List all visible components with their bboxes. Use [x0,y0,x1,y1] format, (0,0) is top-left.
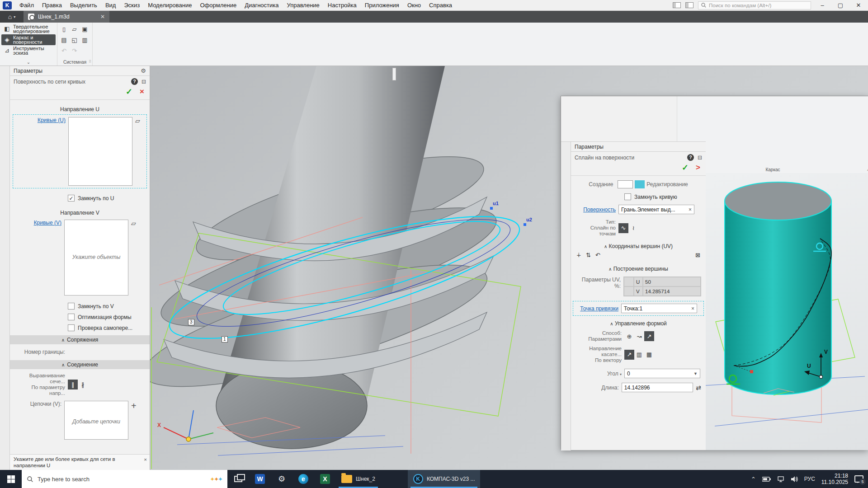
anchor-point-field[interactable]: Точка:1 × [621,304,697,313]
vertex-section-header[interactable]: ∧ Построение вершины [571,266,706,272]
optimize-checkbox[interactable] [68,314,75,320]
close-button[interactable]: ✕ [852,2,865,9]
swap-direction-icon[interactable]: ⇄ [696,384,701,391]
clear-icon[interactable]: × [689,305,694,312]
tangent-v-icon[interactable]: ▦ [644,350,654,360]
menu-выделить[interactable]: Выделить [66,1,101,9]
insert-vertex-icon[interactable]: ⇅ [586,252,591,258]
battery-icon[interactable] [762,476,771,482]
chains-listbox[interactable]: Добавьте цепочки [64,401,128,440]
mode-твердотельное-моделирование[interactable]: ◧Твердотельное моделирование [1,23,56,34]
window-layout-icon-1[interactable] [673,2,681,8]
modes-collapse[interactable]: ⌄ [1,58,56,66]
curves-v-listbox[interactable]: Укажите объекты [64,220,128,296]
menu-настройка[interactable]: Настройка [324,1,361,9]
message-close-icon[interactable]: × [144,456,147,463]
hidden-icons-chevron[interactable]: ⌃ [751,476,756,483]
connection-section-header[interactable]: ∧ Соединение [10,360,150,369]
menu-моделирование[interactable]: Моделирование [144,1,196,9]
surface-field[interactable]: Грань.Элемент выд... × [618,205,694,214]
surface-link[interactable]: Поверхность [583,206,616,213]
home-tab-button[interactable]: ⌂▾ [0,11,24,23]
v-value[interactable]: 14.285714 [643,286,701,296]
add-chain-button[interactable]: + [131,401,137,411]
taskbar-search-input[interactable]: Type here to search ✦✦✦ [22,470,227,488]
group-grip-icon[interactable]: ⠿ [89,60,91,64]
method-parameters-icon[interactable]: ↗ [644,331,654,341]
cancel-button[interactable]: × [140,87,144,96]
save-as-icon[interactable]: ▥ [82,37,87,43]
karkas-group-footer[interactable]: Каркас ▴ [677,166,868,173]
menu-окно[interactable]: Окно [403,1,425,9]
mode-каркас-и-поверхности[interactable]: ◈Каркас и поверхности [1,34,56,45]
new-document-icon[interactable]: ▯ [62,26,66,33]
gear-icon[interactable]: ⚙ [141,67,146,74]
taskbar-edge[interactable]: e [292,470,314,488]
maximize-button[interactable]: ▢ [834,2,847,9]
align-by-distance-icon[interactable]: ∦ [78,380,88,389]
spline-preview-viewport[interactable]: V U [706,173,868,450]
method-coordinates-icon[interactable]: ⊕ [624,331,634,341]
spline-by-poles-icon[interactable]: ≀ [628,223,638,233]
tangent-vector-icon[interactable]: ↗ [624,350,634,360]
print-icon[interactable]: ▤ [61,37,66,43]
shape-section-header[interactable]: ∧ Управление формой [571,320,706,327]
notification-icon[interactable]: 5 [854,475,863,483]
cylinder-top-face[interactable] [725,182,831,220]
contour-edit-icon[interactable]: ▱ [135,117,140,124]
minimize-button[interactable]: – [816,2,829,9]
menu-оформление[interactable]: Оформление [196,1,241,9]
taskbar-kompas[interactable]: K КОМПАС-3D v23 ... [408,470,481,488]
tangent-u-icon[interactable]: ▥ [634,350,644,360]
save-document-icon[interactable]: ▣ [82,26,87,33]
clear-icon[interactable]: × [686,206,692,213]
close-u-checkbox[interactable]: ✓ [68,195,75,202]
align-by-parameter-icon[interactable]: ∥ [68,380,78,389]
curves-v-link[interactable]: Кривые (V) [34,220,61,226]
menu-справка[interactable]: Справка [425,1,456,9]
menu-приложения[interactable]: Приложения [361,1,403,9]
taskbar-folder-shnek2[interactable]: Шнек_2 [336,470,381,488]
create-mode-swatch[interactable] [618,180,633,188]
task-view-button[interactable] [227,470,249,488]
accept-button[interactable]: ✓ [126,87,132,97]
delete-vertex-icon[interactable]: ⊠ [695,252,700,258]
command-search-input[interactable]: Поиск по командам (Alt+/) [698,1,811,9]
close-curve-checkbox[interactable] [624,193,631,200]
menu-диагностика[interactable]: Диагностика [241,1,283,9]
menu-файл[interactable]: Файл [15,1,38,9]
accept-button[interactable]: ✓ [682,163,689,173]
u-value[interactable]: 50 [643,277,701,286]
menu-правка[interactable]: Правка [38,1,66,9]
taskbar-word[interactable]: W [249,470,271,488]
help-icon[interactable]: ? [131,78,138,85]
tree-icon[interactable]: ⊟ [698,155,702,161]
angle-select[interactable]: 0 ▼ [624,369,700,378]
undo-vertex-icon[interactable]: ↶ [595,252,600,258]
uv-section-header[interactable]: ∧ Координаты вершин (UV) [571,243,706,249]
help-icon[interactable]: ? [687,154,694,161]
anchor-point-link[interactable]: Точка привязки [580,305,618,312]
language-indicator[interactable]: РУС [804,476,815,482]
menu-эскиз[interactable]: Эскиз [120,1,144,9]
selfintersect-checkbox[interactable] [68,324,75,331]
window-layout-icon-2[interactable] [685,2,693,8]
contour-edit-icon[interactable]: ▱ [131,220,136,227]
taskbar-excel[interactable]: X [314,470,336,488]
boundary-tag-3[interactable]: 3 [188,319,194,325]
start-button[interactable] [0,470,22,488]
spline-by-points-icon[interactable]: ∿ [618,223,628,233]
mode-инструменты-эскиза[interactable]: ⊿Инструменты эскиза [1,45,56,56]
uv-grid-cell[interactable] [624,286,634,296]
edit-mode-swatch[interactable] [635,180,645,188]
uv-grid-cell[interactable] [624,277,634,286]
chevron-down-icon[interactable]: ▾ [620,372,622,376]
menu-вид[interactable]: Вид [101,1,120,9]
taskbar-settings[interactable]: ⚙ [271,470,292,488]
curves-u-listbox[interactable] [68,117,132,186]
cylinder-body[interactable] [725,201,831,394]
curves-u-link[interactable]: Кривые (U) [38,117,66,123]
boundary-tag-1[interactable]: 1 [222,336,228,343]
group-footer-системная[interactable]: Системная⠿ [59,58,91,66]
cancel-chevron[interactable]: > [696,163,700,172]
